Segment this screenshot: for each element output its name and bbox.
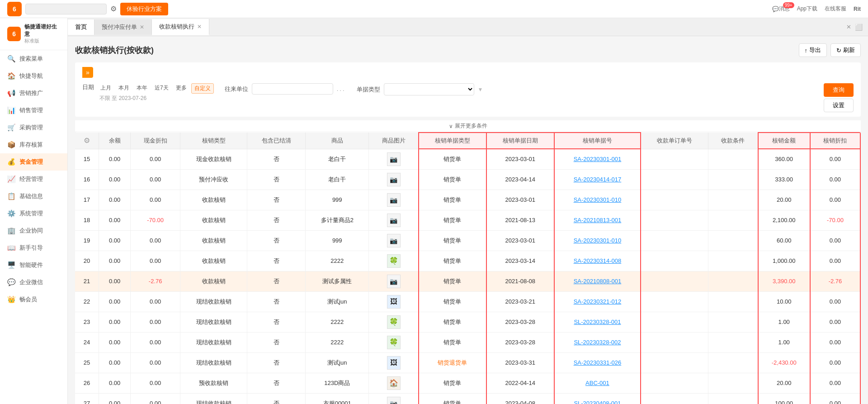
app-download-link[interactable]: App下载 bbox=[797, 5, 817, 13]
voucher-type-select[interactable] bbox=[384, 83, 474, 95]
table-row-goods: 老白干 bbox=[306, 149, 369, 169]
search-input[interactable] bbox=[25, 4, 107, 14]
sidebar-item-sales[interactable]: 📊 销售管理 bbox=[0, 102, 67, 119]
writeoff-number-link[interactable]: SA-20210813-001 bbox=[574, 217, 622, 223]
table-row-writeoff-discount: 0.00 bbox=[810, 312, 860, 332]
col-collection-order-header: 收款单订单号 bbox=[641, 133, 708, 149]
filter-expand-button[interactable]: » bbox=[82, 67, 93, 78]
table-row-writeoff-amount: 360.00 bbox=[758, 149, 810, 169]
sidebar-item-basic-info[interactable]: 📋 基础信息 bbox=[0, 188, 67, 205]
purchase-icon: 🛒 bbox=[7, 124, 16, 132]
sidebar-item-hardware[interactable]: 🖥️ 智能硬件 bbox=[0, 257, 67, 274]
date-this-year[interactable]: 本年 bbox=[134, 83, 150, 94]
app-version: 标准版 bbox=[24, 38, 60, 44]
tab-actions: ✕ ⬜ bbox=[841, 24, 868, 31]
expand-more-bar[interactable]: ∨ 展开更多条件 bbox=[75, 120, 861, 132]
sidebar-item-beginner[interactable]: 📖 新手引导 bbox=[0, 239, 67, 257]
main-layout: 6 畅捷通谱好生意 标准版 🔍 搜索菜单 🏠 快捷导航 📢 营销推广 📊 销售管… bbox=[0, 18, 868, 404]
refresh-button[interactable]: ↻ 刷新 bbox=[830, 43, 861, 57]
writeoff-number-link[interactable]: SA-20230301-001 bbox=[574, 156, 622, 162]
table-row-cash-discount: 0.00 bbox=[131, 312, 180, 332]
tab-close-all-icon[interactable]: ✕ bbox=[846, 24, 851, 30]
notification-area[interactable]: 💬 消息 99+ bbox=[772, 5, 790, 13]
writeoff-number-link[interactable]: SA-20230414-017 bbox=[574, 176, 622, 183]
date-last-month[interactable]: 上月 bbox=[98, 83, 114, 94]
tab-maximize-icon[interactable]: ⬜ bbox=[855, 24, 863, 31]
sidebar-label-sales: 销售管理 bbox=[19, 106, 43, 114]
table-row-writeoff-number[interactable]: SL-20230408-001 bbox=[554, 393, 641, 404]
table-row-writeoff-discount: 0.00 bbox=[810, 332, 860, 352]
solution-button[interactable]: 休验行业方案 bbox=[120, 3, 168, 15]
date-filter-label: 日期 bbox=[82, 83, 94, 91]
writeoff-number-link[interactable]: SA-20230331-026 bbox=[574, 359, 622, 366]
table-row-id: 26 bbox=[75, 373, 99, 393]
sidebar-item-marketing[interactable]: 📢 营销推广 bbox=[0, 85, 67, 102]
query-button[interactable]: 查询 bbox=[824, 83, 854, 97]
sidebar-item-wechat[interactable]: 💬 企业微信 bbox=[0, 274, 67, 291]
table-settings-icon[interactable]: ⚙ bbox=[84, 137, 90, 144]
online-service-link[interactable]: 在线客服 bbox=[825, 5, 846, 13]
table-row-collection-order bbox=[641, 169, 708, 190]
tab-collection[interactable]: 收款核销执行 ✕ bbox=[152, 19, 209, 35]
writeoff-number-link[interactable]: SA-20230321-012 bbox=[574, 298, 622, 305]
table-row-goods: 衣服00001 bbox=[306, 393, 369, 404]
table-row-writeoff-discount: 0.00 bbox=[810, 352, 860, 373]
table-row-writeoff-number[interactable]: SA-20230331-026 bbox=[554, 352, 641, 373]
writeoff-number-link[interactable]: ABC-001 bbox=[585, 380, 609, 386]
sidebar-item-inventory[interactable]: 📦 库存核算 bbox=[0, 136, 67, 153]
sidebar-item-operations[interactable]: 📈 经营管理 bbox=[0, 171, 67, 188]
table-row-writeoff-number[interactable]: SA-20210813-001 bbox=[554, 210, 641, 230]
table-row-id: 22 bbox=[75, 291, 99, 312]
table-row-writeoff-number[interactable]: SA-20230301-010 bbox=[554, 190, 641, 210]
table-row-include-settled: 否 bbox=[247, 291, 306, 312]
sidebar-item-enterprise[interactable]: 🏢 企业协同 bbox=[0, 222, 67, 239]
table-row-writeoff-number[interactable]: SA-20230321-012 bbox=[554, 291, 641, 312]
writeoff-number-link[interactable]: SA-20210808-001 bbox=[574, 278, 622, 285]
header-actions: ↑ 导出 ↻ 刷新 bbox=[799, 43, 861, 57]
tab-collection-close[interactable]: ✕ bbox=[197, 24, 202, 30]
tab-prepay-close[interactable]: ✕ bbox=[140, 24, 144, 30]
partner-input[interactable] bbox=[252, 83, 333, 95]
tab-home[interactable]: 首页 bbox=[68, 19, 94, 35]
table-row-include-settled: 否 bbox=[247, 149, 306, 169]
sidebar-item-system[interactable]: ⚙️ 系统管理 bbox=[0, 205, 67, 222]
sidebar-item-finance[interactable]: 💰 资金管理 bbox=[0, 153, 67, 171]
table-row-writeoff-number[interactable]: SA-20210808-001 bbox=[554, 271, 641, 291]
col-settings-header[interactable]: ⚙ bbox=[75, 133, 99, 149]
writeoff-number-link[interactable]: SL-20230328-002 bbox=[574, 339, 621, 346]
sidebar-item-purchase[interactable]: 🛒 采购管理 bbox=[0, 119, 67, 136]
table-row-writeoff-number[interactable]: SL-20230328-002 bbox=[554, 332, 641, 352]
table-row-goods: 999 bbox=[306, 230, 369, 251]
sidebar-item-quick-nav[interactable]: 🏠 快捷导航 bbox=[0, 67, 67, 85]
export-button[interactable]: ↑ 导出 bbox=[799, 43, 827, 57]
table-row-writeoff-number[interactable]: ABC-001 bbox=[554, 373, 641, 393]
partner-filter-label: 往来单位 bbox=[225, 85, 248, 93]
settings-button[interactable]: 设置 bbox=[824, 99, 854, 112]
writeoff-number-link[interactable]: SL-20230328-001 bbox=[574, 318, 621, 325]
writeoff-number-link[interactable]: SA-20230301-010 bbox=[574, 237, 622, 244]
writeoff-number-link[interactable]: SA-20230301-010 bbox=[574, 196, 622, 203]
table-row-collection-condition bbox=[708, 271, 758, 291]
table-row-writeoff-number[interactable]: SL-20230328-001 bbox=[554, 312, 641, 332]
date-last-7days[interactable]: 近7天 bbox=[152, 83, 171, 94]
date-custom[interactable]: 自定义 bbox=[191, 83, 214, 94]
table-row-writeoff-voucher-type: 销货退货单 bbox=[419, 352, 486, 373]
table-row-writeoff-number[interactable]: SA-20230301-001 bbox=[554, 149, 641, 169]
table-row-writeoff-number[interactable]: SA-20230301-010 bbox=[554, 230, 641, 251]
sidebar-item-member[interactable]: 👑 畅会员 bbox=[0, 291, 67, 308]
table-row-writeoff-discount: 0.00 bbox=[810, 169, 860, 190]
writeoff-number-link[interactable]: SA-20230314-008 bbox=[574, 257, 622, 264]
table-row-writeoff-type: 现结收款核销 bbox=[180, 312, 247, 332]
tab-prepay[interactable]: 预付冲应付单 ✕ bbox=[94, 19, 152, 35]
table-row-balance: 0.00 bbox=[99, 210, 130, 230]
table-row-writeoff-number[interactable]: SA-20230414-017 bbox=[554, 169, 641, 190]
table-row-writeoff-number[interactable]: SA-20230314-008 bbox=[554, 251, 641, 271]
table-row-writeoff-type: 现结收款核销 bbox=[180, 352, 247, 373]
writeoff-number-link[interactable]: SL-20230408-001 bbox=[574, 400, 621, 404]
date-more[interactable]: 更多 bbox=[173, 83, 189, 94]
sidebar-item-search[interactable]: 🔍 搜索菜单 bbox=[0, 50, 67, 67]
user-name[interactable]: Rit bbox=[854, 6, 861, 12]
date-this-month[interactable]: 本月 bbox=[116, 83, 132, 94]
gear-icon[interactable]: ⚙ bbox=[110, 5, 117, 13]
table-row-cash-discount: 0.00 bbox=[131, 169, 180, 190]
